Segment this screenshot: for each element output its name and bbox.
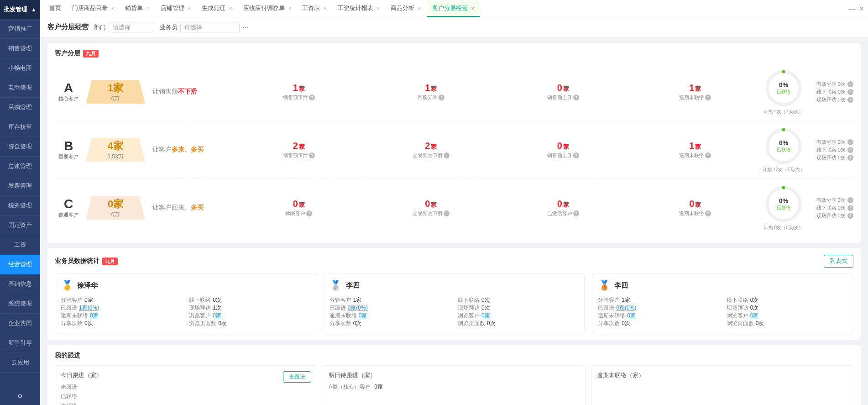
tier-slogan-a: 让销售额不下滑 xyxy=(149,88,231,96)
biz-row-right-2-3: 浏览页面数0次 xyxy=(727,320,847,327)
biz-row-left-0-1: 已跟进1家(0%) xyxy=(61,304,182,312)
stat-item-a-0[interactable]: 1家销售额下滑 ? xyxy=(235,83,363,101)
tab-close-catalog[interactable]: × xyxy=(111,5,114,11)
tab-label-store-mgmt: 店铺管理 xyxy=(161,4,184,12)
sidebar-item-operations[interactable]: 经营管理 xyxy=(0,255,40,274)
stat-item-c-1[interactable]: 0家交易频次下滑 ? xyxy=(367,199,496,217)
tab-close-store-mgmt[interactable]: × xyxy=(188,5,191,11)
staff-more-icon[interactable]: ··· xyxy=(242,23,248,32)
biz-row-right-0-3: 浏览页面数0次 xyxy=(189,320,310,327)
circle-stat-a: 0% 已联络 计划 4次（7天/次） xyxy=(763,68,804,109)
window-close-icon[interactable]: ✕ xyxy=(859,5,864,12)
sidebar-item-purchase[interactable]: 采购管理 xyxy=(0,98,40,117)
content-header: 客户分层经营 部门 请选择 业务员 请选择 ··· xyxy=(40,17,868,37)
sidebar-item-cloud[interactable]: 云应用 xyxy=(0,353,40,373)
stat-item-b-0[interactable]: 2家销售额下滑 ? xyxy=(235,141,363,159)
sidebar-item-marketing[interactable]: 营销推广 xyxy=(0,19,40,39)
tab-payroll-report[interactable]: 工资统计报表× xyxy=(332,0,385,17)
sidebar-item-ecommerce[interactable]: 小畅电商 xyxy=(0,58,40,78)
stat-item-a-1[interactable]: 1家回购异常 ? xyxy=(367,83,496,101)
follow-card-title-2: 逾期未联络（家） xyxy=(597,371,847,379)
customer-month-badge: 九月 xyxy=(83,50,99,58)
tab-customer-tier[interactable]: 客户分层经营× xyxy=(427,0,480,17)
sidebar-collapse-icon[interactable]: ▲ xyxy=(31,6,37,13)
tab-sales-order[interactable]: 销货单× xyxy=(120,0,155,17)
tab-close-customer-tier[interactable]: × xyxy=(471,5,474,11)
biz-card-1: 🥈李四分管客户1家已跟进0家(0%)逾期未联络0家分享次数0次线下联络0次现场拜… xyxy=(324,273,585,333)
circle-stat-b: 0% 已联络 计划 17次（7天/次） xyxy=(763,126,804,167)
tab-label-catalog: 门店商品目录 xyxy=(72,4,108,12)
tab-payroll[interactable]: 工资表× xyxy=(297,0,332,17)
sidebar-item-system[interactable]: 系统管理 xyxy=(0,294,40,314)
tab-close-sales-order[interactable]: × xyxy=(146,5,149,11)
sidebar-item-inventory[interactable]: 库存核算 xyxy=(0,117,40,137)
stat-item-c-2[interactable]: 0家已激活客户 ? xyxy=(499,199,627,217)
right-stats-c: 有效分享 0次 ?线下联络 0次 ?现场拜访 0次 ? xyxy=(808,197,853,219)
tab-close-product-analysis[interactable]: × xyxy=(418,5,421,11)
follow-row-0-1: 已联络 xyxy=(61,393,311,400)
biz-row-right-1-0: 线下联络0次 xyxy=(458,296,579,304)
tab-product-analysis[interactable]: 商品分析× xyxy=(385,0,426,17)
right-stats-b: 有效分享 0次 ?线下联络 0次 ?现场拜访 0次 ? xyxy=(808,139,853,161)
biz-row-right-0-1: 现场拜访1次 xyxy=(189,304,310,312)
sidebar-item-guide[interactable]: 新手引导 xyxy=(0,333,40,353)
tier-count-a[interactable]: 1家0万 xyxy=(86,80,145,104)
stat-item-a-2[interactable]: 0家销售额上升 ? xyxy=(499,83,627,101)
tab-catalog[interactable]: 门店商品目录× xyxy=(67,0,120,17)
follow-card-2: 逾期未联络（家） xyxy=(591,365,853,405)
sidebar-item-salary[interactable]: 工资 xyxy=(0,235,40,255)
tab-adjustment[interactable]: 应收应付调整单× xyxy=(238,0,297,17)
staff-select[interactable]: 请选择 xyxy=(180,22,240,32)
sidebar-item-finance[interactable]: 资金管理 xyxy=(0,137,40,157)
sidebar-title: 批发管理 xyxy=(4,5,27,14)
tab-home[interactable]: 首页 xyxy=(44,0,67,17)
tier-count-b[interactable]: 4家0.53万 xyxy=(86,138,145,162)
window-minimize-icon[interactable]: — xyxy=(849,5,855,12)
biz-row-right-1-1: 现场拜访0次 xyxy=(458,304,579,312)
tab-voucher[interactable]: 生成凭证× xyxy=(196,0,237,17)
tier-count-c[interactable]: 0家0万 xyxy=(86,196,145,220)
follow-card-1: 明日待跟进（家）A类（核心）客户0家 xyxy=(323,365,585,405)
sidebar-header[interactable]: 批发管理 ▲ xyxy=(0,0,40,19)
tab-store-mgmt[interactable]: 店铺管理× xyxy=(155,0,196,17)
follow-row-0-2: 未联络 xyxy=(61,402,311,405)
biz-row-left-2-0: 分管客户1家 xyxy=(598,296,719,304)
content-body: 客户分层 九月 A核心客户1家0万让销售额不下滑1家销售额下滑 ?1家回购异常 … xyxy=(40,37,868,405)
sidebar-item-invoice[interactable]: 发票管理 xyxy=(0,176,40,196)
stat-item-b-3[interactable]: 1家逾期未联络 ? xyxy=(631,141,760,159)
stat-item-c-0[interactable]: 0家休眠客户 ? xyxy=(235,199,363,217)
sidebar-item-sales[interactable]: 销售管理 xyxy=(0,39,40,58)
follow-row-1-0: A类（核心）客户0家 xyxy=(329,383,579,391)
tab-label-payroll: 工资表 xyxy=(302,4,320,12)
main-area: 首页门店商品目录×销货单×店铺管理×生成凭证×应收应付调整单×工资表×工资统计报… xyxy=(40,0,868,405)
list-view-button[interactable]: 列表式 xyxy=(824,255,853,268)
sidebar-item-ecom-mgmt[interactable]: 电商管理 xyxy=(0,78,40,98)
biz-row-right-0-2: 浏览客户0家 xyxy=(189,312,310,320)
stat-item-a-3[interactable]: 1家逾期未联络 ? xyxy=(631,83,760,101)
settings-icon[interactable]: ⚙ xyxy=(0,387,40,405)
circle-stat-c: 0% 已联络 计划 0次（0天/次） xyxy=(763,184,804,225)
page-title: 客户分层经营 xyxy=(47,23,89,32)
follow-card-title-1: 明日待跟进（家） xyxy=(329,371,579,379)
sidebar-item-assets[interactable]: 固定资产 xyxy=(0,216,40,235)
follow-card-title-0: 今日跟进（家） xyxy=(61,371,311,379)
sidebar-item-base[interactable]: 基础信息 xyxy=(0,274,40,294)
staff-field: 业务员 请选择 ··· xyxy=(160,22,248,32)
tab-close-payroll-report[interactable]: × xyxy=(377,5,380,11)
stat-item-b-2[interactable]: 0家销售额上升 ? xyxy=(499,141,627,159)
stat-item-b-1[interactable]: 2家交易频次下滑 ? xyxy=(367,141,496,159)
sidebar-item-collab[interactable]: 企业协同 xyxy=(0,314,40,333)
go-follow-button[interactable]: 去跟进 xyxy=(283,371,311,383)
tab-close-adjustment[interactable]: × xyxy=(288,5,291,11)
biz-row-right-1-2: 浏览客户0家 xyxy=(458,312,579,320)
dept-select[interactable]: 请选择 xyxy=(109,22,154,32)
tier-label-a: A核心客户 xyxy=(55,82,82,102)
sidebar-item-ledger[interactable]: 总账管理 xyxy=(0,157,40,176)
biz-row-left-1-1: 已跟进0家(0%) xyxy=(329,304,450,312)
sidebar-item-tax[interactable]: 税务管理 xyxy=(0,196,40,216)
tab-close-payroll[interactable]: × xyxy=(324,5,326,11)
tab-close-voucher[interactable]: × xyxy=(229,5,232,11)
stat-item-c-3[interactable]: 0家逾期未联络 ? xyxy=(631,199,760,217)
tab-label-voucher: 生成凭证 xyxy=(202,4,225,12)
follow-row-0-0: 未跟进 xyxy=(61,383,311,391)
